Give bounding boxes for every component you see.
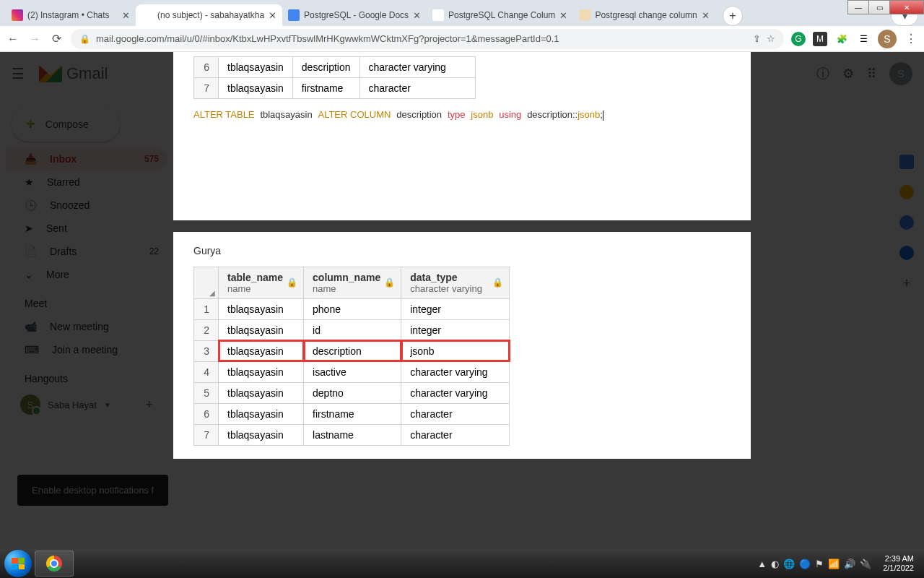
reading-list-icon[interactable]: ☰ (856, 32, 871, 46)
chrome-icon (46, 556, 62, 571)
table-row: 5 tblaqsayasin deptno character varying (194, 382, 510, 403)
window-controls: — ▭ ✕ (848, 0, 924, 16)
cell-column-name: description (292, 57, 359, 78)
forward-button[interactable]: → (27, 32, 42, 46)
windows-taskbar: ▲◐🌐🔵⚑📶🔊🔌 2:39 AM 2/1/2022 (0, 549, 924, 578)
tab-close-icon[interactable]: ✕ (559, 10, 567, 21)
browser-tab-strip: (2) Instagram • Chats ✕ (no subject) - s… (0, 0, 924, 26)
browser-tab[interactable]: (no subject) - sabahayatkha ✕ (136, 4, 282, 26)
tab-title: Postgresql change column (595, 10, 697, 20)
table-corner (194, 267, 219, 298)
browser-tab[interactable]: Postgresql change column ✕ (573, 4, 715, 26)
cell-table-name: tblaqsayasin (219, 319, 304, 340)
tab-title: PostgreSQL Change Colum (448, 10, 555, 20)
cell-data-type: character varying (401, 382, 510, 403)
start-button[interactable] (4, 550, 32, 577)
table-row: 1 tblaqsayasin phone integer (194, 298, 510, 319)
row-number: 6 (194, 403, 219, 424)
table-row: 4 tblaqsayasin isactive character varyin… (194, 361, 510, 382)
attachment-panel-2: Gurya table_name name 🔒 column_name name… (173, 232, 751, 459)
cell-data-type: character varying (359, 57, 475, 78)
lock-icon: 🔒 (79, 34, 90, 44)
lock-icon: 🔒 (287, 277, 297, 288)
cell-data-type: jsonb (401, 340, 510, 361)
tab-favicon (579, 9, 590, 21)
db-table-2: table_name name 🔒 column_name name 🔒 dat… (193, 267, 510, 446)
attachment-label: Gurya (193, 245, 731, 256)
cell-data-type: character (401, 403, 510, 424)
browser-toolbar: ← → ⟳ 🔒 mail.google.com/mail/u/0/#inbox/… (0, 26, 924, 52)
cell-data-type: character (401, 424, 510, 445)
cell-data-type: integer (401, 298, 510, 319)
tab-favicon (432, 9, 444, 21)
db-table-1: 6 tblaqsayasin description character var… (193, 56, 476, 99)
cell-column-name: phone (304, 298, 401, 319)
chrome-menu-icon[interactable]: ⋮ (904, 32, 918, 46)
cell-column-name: deptno (304, 382, 401, 403)
reload-button[interactable]: ⟳ (49, 32, 64, 46)
system-tray: ▲◐🌐🔵⚑📶🔊🔌 2:39 AM 2/1/2022 (757, 554, 920, 573)
lock-icon: 🔒 (384, 277, 395, 288)
cell-table-name: tblaqsayasin (219, 382, 304, 403)
row-number: 7 (194, 424, 219, 445)
browser-tab[interactable]: (2) Instagram • Chats ✕ (6, 4, 136, 26)
cell-table-name: tblaqsayasin (219, 361, 304, 382)
column-header-column-name: column_name name 🔒 (304, 267, 401, 298)
attachment-panel-1: 6 tblaqsayasin description character var… (173, 52, 751, 220)
browser-tab[interactable]: PostgreSQL - Google Docs ✕ (282, 4, 427, 26)
sql-statement: ALTER TABLE tblaqsayasin ALTER COLUMN de… (193, 109, 731, 121)
table-row: 6 tblaqsayasin firstname character (194, 403, 510, 424)
column-header-data-type: data_type character varying 🔒 (401, 267, 510, 298)
cell-data-type: character varying (401, 361, 510, 382)
table-row: 6 tblaqsayasin description character var… (194, 57, 476, 78)
browser-tab[interactable]: PostgreSQL Change Colum ✕ (427, 4, 573, 26)
cell-column-name: description (304, 340, 401, 361)
tab-close-icon[interactable]: ✕ (413, 10, 421, 21)
grammarly-icon[interactable]: G (791, 32, 806, 46)
maximize-button[interactable]: ▭ (868, 0, 890, 14)
bookmark-icon[interactable]: ☆ (767, 33, 775, 44)
new-tab-button[interactable]: + (723, 6, 743, 26)
cell-data-type: integer (401, 319, 510, 340)
tab-favicon (141, 9, 153, 21)
cell-table-name: tblaqsayasin (219, 298, 304, 319)
cell-column-name: isactive (304, 361, 401, 382)
extension-icon[interactable]: M (813, 32, 827, 46)
taskbar-app-chrome[interactable] (35, 551, 74, 577)
cell-column-name: firstname (292, 78, 359, 99)
attachment-viewer: 6 tblaqsayasin description character var… (173, 52, 751, 549)
tab-favicon (12, 9, 23, 21)
address-bar[interactable]: 🔒 mail.google.com/mail/u/0/#inbox/KtbxLw… (71, 29, 784, 49)
cell-table-name: tblaqsayasin (219, 57, 293, 78)
table-row: 7 tblaqsayasin firstname character (194, 78, 476, 99)
row-number: 2 (194, 319, 219, 340)
tab-close-icon[interactable]: ✕ (269, 10, 276, 21)
share-icon[interactable]: ⇪ (753, 33, 761, 44)
extensions-menu-icon[interactable]: 🧩 (834, 32, 849, 46)
table-row: 2 tblaqsayasin id integer (194, 319, 510, 340)
cell-table-name: tblaqsayasin (219, 78, 293, 99)
chrome-avatar[interactable]: S (878, 30, 897, 48)
row-number: 5 (194, 382, 219, 403)
row-number: 4 (194, 361, 219, 382)
cell-column-name: lastname (304, 424, 401, 445)
taskbar-clock[interactable]: 2:39 AM 2/1/2022 (877, 554, 920, 573)
row-number: 1 (194, 298, 219, 319)
tab-title: PostgreSQL - Google Docs (304, 10, 409, 20)
table-row: 7 tblaqsayasin lastname character (194, 424, 510, 445)
cell-table-name: tblaqsayasin (219, 403, 304, 424)
cell-column-name: firstname (304, 403, 401, 424)
tab-favicon (288, 9, 300, 21)
cell-data-type: character (359, 78, 475, 99)
minimize-button[interactable]: — (847, 0, 869, 14)
lock-icon: 🔒 (492, 277, 503, 288)
tab-close-icon[interactable]: ✕ (702, 10, 710, 21)
tray-icons[interactable]: ▲◐🌐🔵⚑📶🔊🔌 (757, 558, 871, 569)
close-button[interactable]: ✕ (889, 0, 924, 14)
row-number: 3 (194, 340, 219, 361)
back-button[interactable]: ← (6, 32, 20, 46)
table-row: 3 tblaqsayasin description jsonb (194, 340, 510, 361)
tab-title: (2) Instagram • Chats (27, 10, 118, 20)
tab-close-icon[interactable]: ✕ (122, 10, 130, 21)
cell-column-name: id (304, 319, 401, 340)
